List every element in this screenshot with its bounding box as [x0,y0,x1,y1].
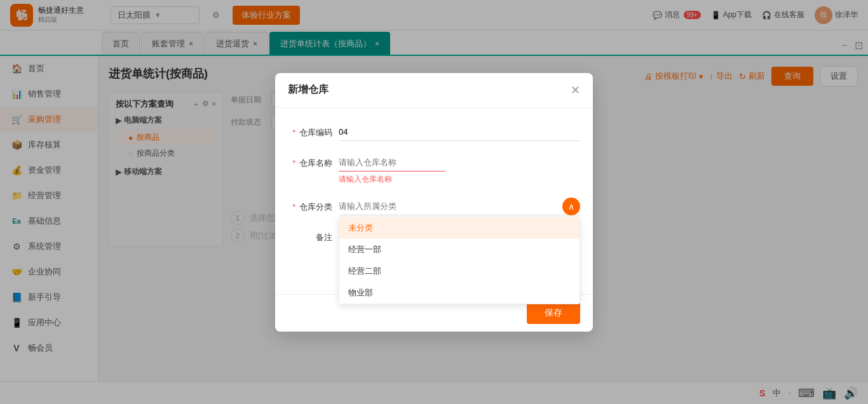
code-label: * 仓库编码 [288,123,339,138]
add-warehouse-modal: 新增仓库 ✕ * 仓库编码 * 仓库名称 [275,73,593,332]
code-field-row: * 仓库编码 [288,123,580,141]
classify-field-row: * 仓库分类 ∧ 未分类 经营一部 经营二部 物业部 [288,198,580,215]
name-label: * 仓库名称 [288,154,339,169]
code-label-text: 仓库编码 [299,128,332,137]
modal-header: 新增仓库 ✕ [275,73,593,108]
classify-dropdown: 未分类 经营一部 经营二部 物业部 [339,217,580,304]
name-field-inner: * 仓库名称 [339,154,445,172]
classify-toggle-icon[interactable]: ∧ [562,198,580,215]
remark-label-text: 备注 [316,232,332,242]
code-input[interactable] [339,123,580,141]
remark-label: 备注 [288,228,339,243]
dropdown-item-property[interactable]: 物业部 [339,282,580,304]
name-required-mark: * [292,158,295,168]
modal-body: * 仓库编码 * 仓库名称 请输入仓库名称 * [275,108,593,294]
classify-label: * 仓库分类 [288,198,339,213]
modal-title: 新增仓库 [288,83,329,97]
name-field-row: * 仓库名称 请输入仓库名称 [288,154,580,185]
modal-close-button[interactable]: ✕ [571,83,580,97]
name-input[interactable] [339,154,445,172]
code-required-mark: * [292,128,295,137]
classify-required-mark: * [292,202,295,212]
classify-label-text: 仓库分类 [299,202,332,212]
modal-overlay: 新增仓库 ✕ * 仓库编码 * 仓库名称 [0,0,868,404]
classify-input[interactable] [339,198,580,215]
dropdown-item-dept1[interactable]: 经营一部 [339,239,580,260]
dropdown-item-unclassified[interactable]: 未分类 [339,217,580,239]
classify-input-wrap: ∧ 未分类 经营一部 经营二部 物业部 [339,198,580,215]
name-error-msg: 请输入仓库名称 [339,174,392,185]
save-button[interactable]: 保存 [527,302,580,324]
dropdown-item-dept2[interactable]: 经营二部 [339,260,580,282]
name-label-text: 仓库名称 [299,158,332,168]
